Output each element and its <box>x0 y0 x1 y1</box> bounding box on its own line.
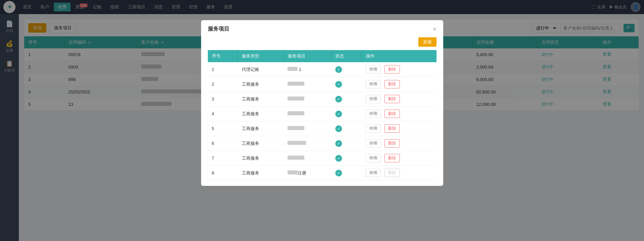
modal-cell-item <box>283 121 331 136</box>
modal-cell-item <box>283 136 331 151</box>
modal-cell-status: ✓ <box>331 166 362 180</box>
stop-button[interactable]: 停用 <box>366 169 381 177</box>
stop-button[interactable]: 停用 <box>366 124 381 133</box>
modal-cell-seq: 5 <box>208 121 238 136</box>
delete-button[interactable]: 删除 <box>384 154 400 162</box>
modal-cell-item: 1 <box>283 62 331 77</box>
status-check-icon: ✓ <box>335 125 342 132</box>
modal-title: 服务项目 <box>208 26 229 33</box>
modal-table-row: 5 工商服务 ✓ 停用 删除 <box>208 121 437 136</box>
stop-button[interactable]: 停用 <box>366 110 381 118</box>
modal-cell-item <box>283 151 331 166</box>
modal-cell-status: ✓ <box>331 151 362 166</box>
modal-cell-seq: 1 <box>208 62 238 77</box>
modal-cell-item: 注册 <box>283 166 331 180</box>
modal-cell-status: ✓ <box>331 77 362 92</box>
modal-cell-action[interactable]: 停用 删除 <box>362 107 436 121</box>
modal-col-item: 服务项目 <box>283 50 331 62</box>
delete-button[interactable]: 删除 <box>384 95 400 103</box>
modal-service-table: 序号 服务类型 服务项目 状态 操作 1 代理记账 1 ✓ 停用 删除 2 工商 <box>208 50 437 180</box>
modal-cell-action[interactable]: 停用 删除 <box>362 77 436 92</box>
modal-cell-seq: 7 <box>208 151 238 166</box>
modal-table-header: 序号 服务类型 服务项目 状态 操作 <box>208 50 437 62</box>
delete-button[interactable]: 删除 <box>384 124 400 133</box>
stop-button[interactable]: 停用 <box>366 154 381 162</box>
delete-button[interactable]: 删除 <box>384 80 400 88</box>
modal-cell-type: 代理记账 <box>238 62 283 77</box>
delete-button[interactable]: 删除 <box>384 65 400 74</box>
status-check-icon: ✓ <box>335 96 342 103</box>
modal-cell-type: 工商服务 <box>238 107 283 121</box>
modal-table-row: 7 工商服务 ✓ 停用 删除 <box>208 151 437 166</box>
modal-cell-type: 工商服务 <box>238 77 283 92</box>
status-check-icon: ✓ <box>335 155 342 162</box>
status-check-icon: ✓ <box>335 140 342 147</box>
modal-cell-status: ✓ <box>331 121 362 136</box>
stop-button[interactable]: 停用 <box>366 80 381 88</box>
modal-cell-type: 工商服务 <box>238 166 283 180</box>
modal-cell-action[interactable]: 停用 删除 <box>362 136 436 151</box>
modal-table-row: 2 工商服务 ✓ 停用 删除 <box>208 77 437 92</box>
delete-button[interactable]: 删除 <box>384 110 400 118</box>
delete-button[interactable]: 删除 <box>384 139 400 148</box>
modal-cell-status: ✓ <box>331 62 362 77</box>
modal-table-row: 1 代理记账 1 ✓ 停用 删除 <box>208 62 437 77</box>
modal-cell-type: 工商服务 <box>238 136 283 151</box>
modal-cell-status: ✓ <box>331 92 362 107</box>
modal-cell-action[interactable]: 停用 删除 <box>362 121 436 136</box>
modal-cell-action[interactable]: 停用 删除 <box>362 151 436 166</box>
modal-cell-seq: 2 <box>208 77 238 92</box>
modal-table-row: 6 工商服务 ✓ 停用 删除 <box>208 136 437 151</box>
modal-col-status: 状态 <box>331 50 362 62</box>
status-check-icon: ✓ <box>335 66 342 73</box>
modal-cell-seq: 8 <box>208 166 238 180</box>
modal-cell-status: ✓ <box>331 107 362 121</box>
modal-cell-status: ✓ <box>331 136 362 151</box>
modal-new-button[interactable]: 新建 <box>418 37 437 47</box>
modal-cell-type: 工商服务 <box>238 92 283 107</box>
modal-header: 服务项目 × <box>201 20 443 36</box>
modal-cell-seq: 6 <box>208 136 238 151</box>
modal-cell-action[interactable]: 停用 删除 <box>362 166 436 180</box>
modal-table-row: 4 工商服务 ✓ 停用 删除 <box>208 107 437 121</box>
modal-cell-seq: 3 <box>208 92 238 107</box>
stop-button[interactable]: 停用 <box>366 65 381 74</box>
modal-close-button[interactable]: × <box>433 26 437 32</box>
modal-cell-item <box>283 107 331 121</box>
modal-toolbar: 新建 <box>201 36 443 50</box>
modal-table-row: 3 工商服务 ✓ 停用 删除 <box>208 92 437 107</box>
modal-cell-seq: 4 <box>208 107 238 121</box>
stop-button[interactable]: 停用 <box>366 139 381 148</box>
modal-col-seq: 序号 <box>208 50 238 62</box>
modal-cell-action[interactable]: 停用 删除 <box>362 62 436 77</box>
modal-cell-item <box>283 92 331 107</box>
modal-cell-action[interactable]: 停用 删除 <box>362 92 436 107</box>
modal-table-row: 8 工商服务 注册 ✓ 停用 删除 <box>208 166 437 180</box>
modal-cell-type: 工商服务 <box>238 151 283 166</box>
modal-cell-type: 工商服务 <box>238 121 283 136</box>
modal-table-body: 1 代理记账 1 ✓ 停用 删除 2 工商服务 ✓ 停用 删除 3 工商服务 ✓… <box>208 62 437 180</box>
delete-button[interactable]: 删除 <box>384 169 400 177</box>
modal-overlay[interactable]: 服务项目 × 新建 序号 服务类型 服务项目 状态 操作 <box>0 0 644 241</box>
service-items-modal: 服务项目 × 新建 序号 服务类型 服务项目 状态 操作 <box>201 20 443 186</box>
modal-body[interactable]: 序号 服务类型 服务项目 状态 操作 1 代理记账 1 ✓ 停用 删除 2 工商 <box>201 50 443 186</box>
modal-col-action: 操作 <box>362 50 436 62</box>
stop-button[interactable]: 停用 <box>366 95 381 103</box>
modal-col-type: 服务类型 <box>238 50 283 62</box>
status-check-icon: ✓ <box>335 111 342 117</box>
status-check-icon: ✓ <box>335 170 342 176</box>
modal-cell-item <box>283 77 331 92</box>
status-check-icon: ✓ <box>335 81 342 88</box>
